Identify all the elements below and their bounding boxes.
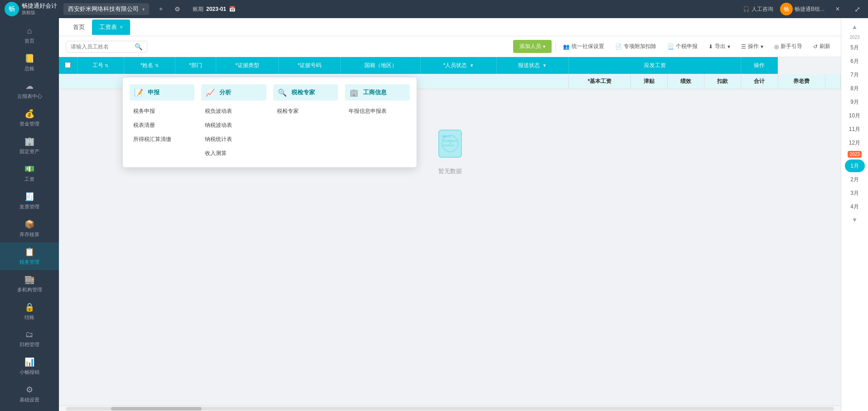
special-deduction-btn[interactable]: 📄 专项附加扣除 xyxy=(611,40,660,53)
sidebar-item-settings[interactable]: ⚙ 基础设置 xyxy=(0,380,59,408)
cal-month-10[interactable]: 10月 xyxy=(845,109,865,122)
home-icon: ⌂ xyxy=(27,26,32,36)
sidebar-item-close-period[interactable]: 🔒 结账 xyxy=(0,298,59,325)
app-name: 畅捷通好会计 xyxy=(22,2,57,10)
expand-window-btn[interactable]: ⤢ xyxy=(851,3,863,15)
ledger-icon: 📒 xyxy=(24,53,34,63)
cal-month-4[interactable]: 4月 xyxy=(845,200,865,213)
dropdown-menu-popup: 📝 申报 税务申报 税表清册 所得税汇算清缴 📈 分析 税负波动表 纳税波动表 … xyxy=(122,77,417,168)
select-all-checkbox[interactable] xyxy=(65,62,71,68)
tab-salary-table[interactable]: 工资表 × xyxy=(92,19,130,35)
search-button[interactable]: 🔍 xyxy=(135,43,142,50)
menu-item-tax-fluctuation[interactable]: 纳税波动表 xyxy=(201,118,266,132)
sidebar-item-guide[interactable]: 🆕 新手引导 xyxy=(0,408,59,411)
toolbar-sep-1 xyxy=(555,42,556,51)
refresh-btn[interactable]: ↺ 刷新 xyxy=(810,40,834,53)
sub-col-performance: 绩效 xyxy=(668,74,704,89)
cal-month-2[interactable]: 2月 xyxy=(845,173,865,186)
refresh-icon: ↺ xyxy=(813,44,818,50)
cal-month-12[interactable]: 12月 xyxy=(845,136,865,149)
sidebar-item-inventory[interactable]: 📦 库存核算 xyxy=(0,215,59,242)
scrollbar-track xyxy=(66,407,834,411)
user-area[interactable]: 畅 畅捷通B组... xyxy=(780,3,824,15)
tab-home[interactable]: 首页 xyxy=(66,19,92,35)
xiaochang-icon: 📊 xyxy=(24,357,34,367)
cloud-icon: ☁ xyxy=(25,81,34,91)
cal-nav-down[interactable]: ▼ xyxy=(849,214,860,225)
menu-item-tax-expert[interactable]: 税检专家 xyxy=(273,104,338,118)
export-icon: ⬇ xyxy=(708,44,713,50)
sidebar-item-multi-org[interactable]: 🏬 多机构管理 xyxy=(0,270,59,298)
cal-month-6[interactable]: 6月 xyxy=(845,55,865,68)
add-person-dropdown-icon: ▾ xyxy=(543,44,545,49)
sort-name-icon[interactable]: ⇅ xyxy=(155,63,159,68)
cal-month-8[interactable]: 8月 xyxy=(845,82,865,95)
service-button[interactable]: 🎧 人工咨询 xyxy=(743,5,773,13)
content-area: 首页 工资表 × 🔍 添加人员 ▾ 👥 统一社保设置 � xyxy=(59,18,841,411)
col-header-id-no: *证据号码 xyxy=(278,57,341,74)
sidebar-item-general-ledger[interactable]: 📒 总账 xyxy=(0,49,59,77)
sidebar-item-archive[interactable]: 🗂 归档管理 xyxy=(0,325,59,353)
operation-dropdown-icon: ▾ xyxy=(761,44,763,50)
add-icon-btn[interactable]: ＋ xyxy=(155,3,167,15)
sub-col-base-salary: *基本工资 xyxy=(568,74,631,89)
menu-item-annual-report[interactable]: 年报信息申报表 xyxy=(345,104,410,118)
close-window-btn[interactable]: × xyxy=(831,3,844,15)
calendar-icon[interactable]: 📅 xyxy=(229,6,236,12)
menu-item-income-forecast[interactable]: 收入测算 xyxy=(201,146,266,160)
settings-icon-btn[interactable]: ⚙ xyxy=(171,3,184,15)
menu-item-tax-burden[interactable]: 税负波动表 xyxy=(201,104,266,118)
menu-item-tax-statistics[interactable]: 纳税统计表 xyxy=(201,132,266,146)
app-edition: 旗舰版 xyxy=(22,10,57,16)
sidebar-item-xiaochang[interactable]: 📊 小畅报销 xyxy=(0,353,59,380)
sidebar-item-fixed-assets[interactable]: 🏢 固定资产 xyxy=(0,132,59,160)
cal-month-3[interactable]: 3月 xyxy=(845,187,865,199)
business-info-icon: 🏢 xyxy=(349,87,359,98)
guide-btn[interactable]: ◎ 新手引导 xyxy=(771,40,806,53)
sidebar-item-cloud-report[interactable]: ☁ 云报表中心 xyxy=(0,77,59,104)
sort-empno-icon[interactable]: ⇅ xyxy=(105,63,108,68)
cal-month-5[interactable]: 5月 xyxy=(845,41,865,54)
cal-month-9[interactable]: 9月 xyxy=(845,96,865,108)
operation-btn[interactable]: ☰ 操作 ▾ xyxy=(737,40,767,53)
menu-item-tax-declaration[interactable]: 税务申报 xyxy=(130,104,194,118)
filter-status-icon[interactable]: ▼ xyxy=(470,63,474,68)
sidebar-item-fund[interactable]: 💰 资金管理 xyxy=(0,104,59,132)
special-deduction-icon: 📄 xyxy=(615,44,622,50)
filter-report-icon[interactable]: ▼ xyxy=(543,63,547,68)
sidebar-item-home[interactable]: ⌂ 首页 xyxy=(0,22,59,49)
company-dropdown-icon: ▾ xyxy=(142,7,145,12)
sidebar-item-tax[interactable]: 📋 税务管理 xyxy=(0,242,59,270)
analysis-icon: 📈 xyxy=(205,87,216,98)
sidebar-item-invoice[interactable]: 🧾 发票管理 xyxy=(0,187,59,215)
personal-tax-btn[interactable]: 📃 个税申报 xyxy=(664,40,701,53)
header-right: 🎧 人工咨询 畅 畅捷通B组... × ⤢ xyxy=(743,3,863,15)
scrollbar-area[interactable] xyxy=(59,406,841,411)
company-name: 西安虾米网络科技有限公司 xyxy=(68,5,139,13)
tab-close-icon[interactable]: × xyxy=(120,24,123,30)
sub-col-allowance: 津贴 xyxy=(631,74,668,89)
scrollbar-thumb[interactable] xyxy=(111,407,202,411)
cal-nav-up[interactable]: ▲ xyxy=(849,21,860,32)
cal-month-1-active[interactable]: 1月 xyxy=(845,160,865,172)
sidebar-item-payroll[interactable]: 💵 工资 xyxy=(0,160,59,187)
menu-item-tax-list[interactable]: 税表清册 xyxy=(130,118,194,132)
cal-month-7[interactable]: 7月 xyxy=(845,68,865,81)
social-security-btn[interactable]: 👥 统一社保设置 xyxy=(559,40,608,53)
app-name-area: 畅捷通好会计 旗舰版 xyxy=(22,2,57,16)
export-dropdown-icon: ▾ xyxy=(727,44,730,50)
fund-icon: 💰 xyxy=(24,109,34,119)
app-logo-icon: 畅 xyxy=(5,2,19,16)
table-checkbox-header[interactable] xyxy=(59,57,77,74)
header-icon-group: ＋ ⚙ xyxy=(155,3,184,15)
company-selector[interactable]: 西安虾米网络科技有限公司 ▾ xyxy=(63,3,149,15)
dropdown-col-tax-expert: 🔍 税检专家 税检专家 xyxy=(273,84,338,160)
cal-month-11[interactable]: 11月 xyxy=(845,123,865,135)
export-btn[interactable]: ⬇ 导出 ▾ xyxy=(705,40,734,53)
add-person-button[interactable]: 添加人员 ▾ xyxy=(513,40,552,53)
menu-item-income-tax-settlement[interactable]: 所得税汇算清缴 xyxy=(130,132,194,146)
col-header-dept: *部门 xyxy=(175,57,216,74)
col-header-payable: 应发工资 xyxy=(568,57,741,74)
dropdown-col-header-business-info: 🏢 工商信息 xyxy=(345,84,410,101)
sub-col-total: 合计 xyxy=(741,74,778,89)
